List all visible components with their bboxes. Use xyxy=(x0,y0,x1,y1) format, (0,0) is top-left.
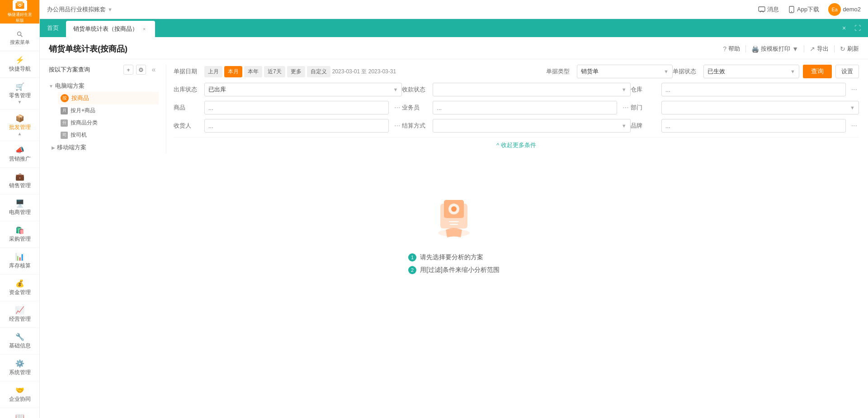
filter-cell-recv-status: 收款状态 ▼ xyxy=(402,83,630,96)
retail-label: 零售管理 xyxy=(9,92,31,100)
goods-dots-btn[interactable]: ··· xyxy=(392,104,402,112)
tab-close-btn[interactable]: × xyxy=(839,23,849,33)
empty-illustration xyxy=(427,190,481,244)
date-more-btn[interactable]: 更多 xyxy=(287,66,305,77)
tab-close-icon[interactable]: × xyxy=(141,25,148,33)
corp-label: 企业协同 xyxy=(9,395,31,403)
divider-1 xyxy=(745,45,746,52)
sidebar-item-sales[interactable]: 💼 销售管理 xyxy=(0,168,39,195)
date-last-month-btn[interactable]: 上月 xyxy=(204,66,222,77)
desktop-arrow-icon: ▼ xyxy=(49,84,53,89)
status-select[interactable]: 已生效 ▼ xyxy=(703,65,799,78)
date-custom-btn[interactable]: 自定义 xyxy=(307,66,330,77)
receiver-input[interactable] xyxy=(204,119,389,133)
app-name-label: 畅捷通好生意 xyxy=(8,12,32,18)
sidebar-item-operation[interactable]: 📈 经营管理 xyxy=(0,301,39,328)
app-download-btn[interactable]: App下载 xyxy=(788,5,819,14)
date-7days-btn[interactable]: 近7天 xyxy=(264,66,285,77)
sidebar-item-newbie[interactable]: 📖 新手引导 xyxy=(0,408,39,418)
filter-cell-goods: 商品 ··· xyxy=(174,101,402,114)
system-label: 系统管理 xyxy=(9,369,31,376)
user-profile[interactable]: Ea demo2 xyxy=(828,3,861,16)
svg-point-8 xyxy=(791,11,792,12)
tab-home[interactable]: 首页 xyxy=(40,19,66,37)
settings-scheme-btn[interactable]: ⚙ xyxy=(136,65,146,75)
ecom-label: 电商管理 xyxy=(9,209,31,216)
sidebar-item-corp[interactable]: 🤝 企业协同 xyxy=(0,381,39,408)
step-2-text: 用[过滤]条件来缩小分析范围 xyxy=(420,266,500,274)
help-btn[interactable]: ? 帮助 xyxy=(723,45,740,53)
staff-dots-btn[interactable]: ··· xyxy=(621,104,630,112)
print-label: 按模板打印 xyxy=(761,45,790,53)
scheme-by-product[interactable]: 按 按商品 xyxy=(58,92,159,104)
brand-dots-btn[interactable]: ··· xyxy=(849,122,859,130)
scheme-by-product-icon: 按 xyxy=(61,94,69,102)
tab-maximize-btn[interactable]: ⛶ xyxy=(853,23,863,33)
sidebar-item-ecom[interactable]: 🖥️ 电商管理 xyxy=(0,195,39,221)
brand-input[interactable] xyxy=(661,119,846,133)
sidebar-item-purchase[interactable]: 🛍️ 采购管理 xyxy=(0,221,39,248)
filter-row-1: 单据日期 上月 本月 本年 近7天 更多 自定义 2023-03-01 xyxy=(174,65,859,78)
status-chevron-icon: ▼ xyxy=(790,69,795,74)
payment-select[interactable]: ▼ xyxy=(433,119,630,133)
mobile-group[interactable]: ▶ 移动端方案 xyxy=(49,141,159,154)
desktop-group[interactable]: ▼ 电脑端方案 xyxy=(49,80,159,92)
goods-input[interactable] xyxy=(204,101,389,114)
phone-icon xyxy=(788,6,795,13)
filter-collapse-bar[interactable]: ^ 收起更多条件 xyxy=(174,137,859,154)
desktop-group-label: 电脑端方案 xyxy=(55,82,85,90)
sidebar-item-finance[interactable]: 💰 资金管理 xyxy=(0,275,39,301)
date-this-month-btn[interactable]: 本月 xyxy=(224,66,242,77)
warehouse-input[interactable] xyxy=(661,83,846,96)
query-btn[interactable]: 查询 xyxy=(803,65,832,78)
export-btn[interactable]: ↗ 导出 xyxy=(810,45,829,53)
refresh-btn[interactable]: ↻ 刷新 xyxy=(840,45,859,53)
add-scheme-btn[interactable]: + xyxy=(123,65,133,75)
message-btn[interactable]: 消息 xyxy=(758,5,779,14)
tab-sales-stat[interactable]: 销货单统计表（按商品） × xyxy=(66,21,155,37)
staff-label: 业务员 xyxy=(402,104,429,112)
receiver-dots-btn[interactable]: ··· xyxy=(392,122,402,130)
svg-point-3 xyxy=(19,5,20,6)
scheme-by-printer[interactable]: 司 按司机 xyxy=(58,129,159,141)
message-icon xyxy=(758,6,765,13)
inventory-icon: 📊 xyxy=(15,252,24,261)
filter-cell-payment: 结算方式 ▼ xyxy=(402,119,630,133)
staff-input[interactable] xyxy=(433,101,617,114)
user-name: demo2 xyxy=(843,6,861,13)
search-menu-btn[interactable]: 搜索菜单 xyxy=(10,28,30,48)
sidebar-item-marketing[interactable]: 📣 营销推广 xyxy=(0,141,39,168)
sidebar-item-basic[interactable]: 🔧 基础信息 xyxy=(0,328,39,355)
marketing-label: 营销推广 xyxy=(9,155,31,163)
tree-sub: 按 按商品 月 按月+商品 分 按商品分类 xyxy=(49,92,159,141)
scheme-by-month-product[interactable]: 月 按月+商品 xyxy=(58,104,159,117)
warehouse-dots-btn[interactable]: ··· xyxy=(849,86,859,94)
type-select[interactable]: 销货单 ▼ xyxy=(577,65,673,78)
step-2-num: 2 xyxy=(408,266,416,274)
date-this-year-btn[interactable]: 本年 xyxy=(244,66,262,77)
sidebar-item-inventory[interactable]: 📊 库存核算 xyxy=(0,248,39,275)
shortcut-icon: ⚡ xyxy=(15,56,24,64)
scheme-by-printer-icon: 司 xyxy=(61,132,68,139)
retail-icon: 🛒 xyxy=(15,82,24,91)
out-status-select[interactable]: 已出库 ▼ xyxy=(204,83,402,96)
type-chevron-icon: ▼ xyxy=(664,69,669,74)
sidebar-item-system[interactable]: ⚙️ 系统管理 xyxy=(0,355,39,381)
warehouse-label: 仓库 xyxy=(631,86,658,94)
wholesale-arrow: ▲ xyxy=(18,131,22,136)
sidebar-item-wholesale[interactable]: 📦 批发管理 ▲ xyxy=(0,109,39,141)
scheme-by-category[interactable]: 分 按商品分类 xyxy=(58,117,159,129)
filter-cell-brand: 品牌 ··· xyxy=(631,119,859,133)
workspace-selector[interactable]: 办公用品行业模拟账套 ▼ xyxy=(47,5,113,14)
filter-cell-out-status: 出库状态 已出库 ▼ xyxy=(174,83,402,96)
scheme-by-printer-label: 按司机 xyxy=(71,131,87,139)
collapse-panel-btn[interactable]: « xyxy=(149,65,159,75)
sidebar-item-retail[interactable]: 🛒 零售管理 ▼ xyxy=(0,78,39,109)
sidebar-item-shortcut[interactable]: ⚡ 快捷导航 xyxy=(0,51,39,78)
type-label: 单据类型 xyxy=(546,67,573,76)
recv-status-select[interactable]: ▼ xyxy=(433,83,630,96)
settings-btn[interactable]: 设置 xyxy=(835,65,859,78)
receiver-label: 收货人 xyxy=(174,122,201,130)
dept-select[interactable]: ▼ xyxy=(661,101,859,114)
print-btn[interactable]: 🖨️ 按模板打印 ▼ xyxy=(751,45,798,53)
